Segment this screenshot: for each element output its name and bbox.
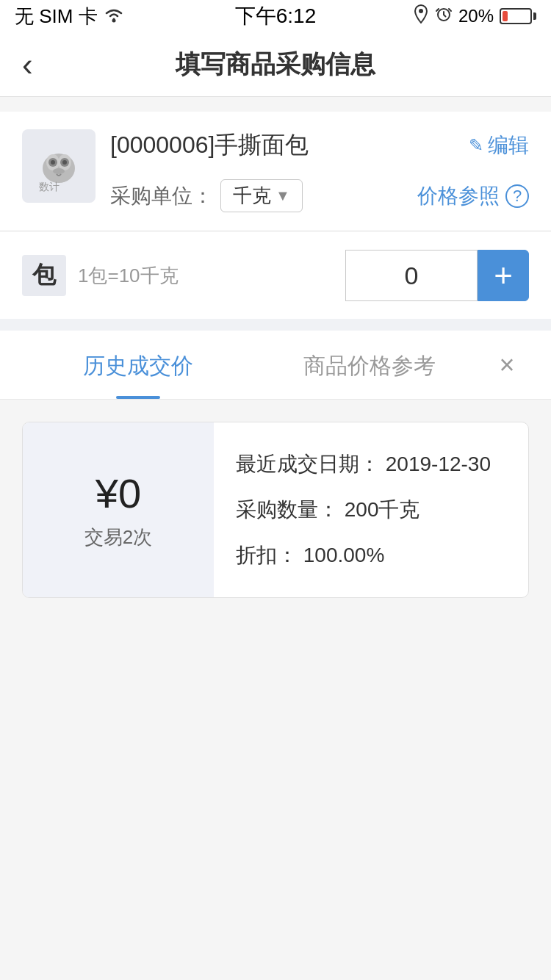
purchase-quantity-label: 采购数量： — [236, 498, 339, 521]
svg-text:数计: 数计 — [39, 181, 60, 192]
price-summary: ¥0 交易2次 — [23, 422, 214, 597]
price-details: 最近成交日期： 2019-12-30 采购数量： 200千克 折扣： 100.0… — [214, 422, 528, 597]
discount-value: 100.00% — [303, 544, 385, 566]
status-time: 下午6:12 — [235, 2, 317, 30]
price-card: ¥0 交易2次 最近成交日期： 2019-12-30 采购数量： 200千克 折… — [22, 422, 529, 598]
tab-bar: 历史成交价 商品价格参考 × — [0, 331, 551, 400]
price-card-container: ¥0 交易2次 最近成交日期： 2019-12-30 采购数量： 200千克 折… — [0, 400, 551, 620]
svg-point-0 — [112, 18, 115, 22]
unit-conversion: 1包=10千克 — [78, 263, 179, 289]
price-reference-button[interactable]: 价格参照 ? — [417, 182, 529, 210]
unit-value: 千克 — [233, 183, 271, 209]
discount-label: 折扣： — [236, 544, 298, 566]
product-name: [0000006]手撕面包 — [110, 129, 309, 162]
quantity-plus-button[interactable]: + — [478, 250, 529, 301]
alarm-icon — [435, 5, 453, 27]
back-button[interactable]: ‹ — [15, 41, 40, 88]
svg-point-8 — [51, 160, 55, 165]
quantity-input[interactable] — [345, 250, 478, 301]
product-thumbnail-icon: 数计 — [33, 140, 84, 192]
svg-point-9 — [62, 160, 67, 165]
location-icon — [413, 4, 429, 28]
page-title: 填写商品采购信息 — [176, 48, 375, 82]
edit-label: 编辑 — [488, 131, 529, 159]
product-header: 数计 [0000006]手撕面包 ✎ 编辑 采购单位： 千克 ▼ — [22, 129, 529, 212]
price-transactions: 交易2次 — [84, 525, 152, 550]
edit-button[interactable]: ✎ 编辑 — [469, 131, 529, 159]
tab-history-price[interactable]: 历史成交价 — [22, 331, 253, 399]
svg-point-10 — [53, 168, 65, 174]
bottom-panel: 历史成交价 商品价格参考 × ¥0 交易2次 最近成交日期： 2019-12-3… — [0, 331, 551, 620]
unit-label: 采购单位： 千克 ▼ — [110, 179, 303, 212]
unit-bao-badge: 包 — [22, 255, 66, 296]
price-amount: ¥0 — [96, 469, 141, 517]
purchase-quantity-value: 200千克 — [345, 498, 420, 521]
status-bar: 无 SIM 卡 下午6:12 20% — [0, 0, 551, 32]
sim-status: 无 SIM 卡 — [15, 4, 98, 29]
battery-percent: 20% — [458, 6, 494, 26]
product-title-row: [0000006]手撕面包 ✎ 编辑 — [110, 129, 529, 162]
status-right: 20% — [413, 4, 536, 28]
tab-price-reference-label: 商品价格参考 — [303, 353, 436, 378]
tab-price-reference[interactable]: 商品价格参考 — [253, 331, 485, 399]
price-value: 0 — [118, 470, 141, 516]
tab-history-price-label: 历史成交价 — [83, 353, 193, 378]
product-image: 数计 — [22, 129, 96, 203]
unit-dropdown[interactable]: 千克 ▼ — [220, 179, 303, 212]
last-date-row: 最近成交日期： 2019-12-30 — [236, 449, 506, 480]
unit-text: 采购单位： — [110, 182, 213, 210]
product-card: 数计 [0000006]手撕面包 ✎ 编辑 采购单位： 千克 ▼ — [0, 112, 551, 230]
status-left: 无 SIM 卡 — [15, 4, 124, 29]
quantity-input-group: + — [345, 250, 529, 301]
last-date-value: 2019-12-30 — [386, 453, 491, 475]
svg-point-1 — [419, 9, 423, 13]
tab-close-button[interactable]: × — [485, 343, 529, 387]
product-unit-row: 采购单位： 千克 ▼ 价格参照 ? — [110, 179, 529, 212]
last-date-label: 最近成交日期： — [236, 453, 380, 475]
nav-bar: ‹ 填写商品采购信息 — [0, 32, 551, 97]
price-ref-label: 价格参照 — [417, 182, 500, 210]
purchase-quantity-row: 采购数量： 200千克 — [236, 494, 506, 525]
currency-symbol: ¥ — [96, 470, 118, 516]
section-divider — [0, 319, 551, 331]
help-icon: ? — [505, 184, 529, 208]
product-info: [0000006]手撕面包 ✎ 编辑 采购单位： 千克 ▼ 价格参照 ? — [110, 129, 529, 212]
edit-icon: ✎ — [469, 135, 483, 156]
quantity-section: 包 1包=10千克 + — [0, 231, 551, 319]
dropdown-arrow-icon: ▼ — [276, 187, 290, 204]
quantity-label: 包 1包=10千克 — [22, 255, 179, 296]
discount-row: 折扣： 100.00% — [236, 540, 506, 571]
wifi-icon — [104, 5, 124, 28]
battery-indicator — [500, 8, 536, 24]
